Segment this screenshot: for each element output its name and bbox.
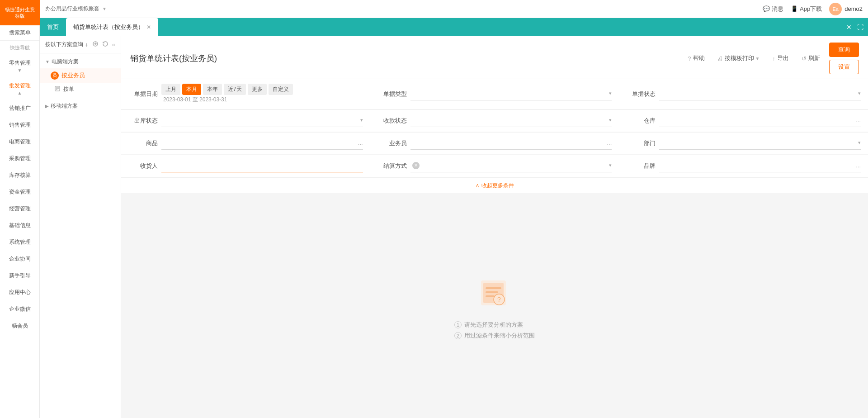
tip-1-number: 1	[454, 321, 462, 328]
warehouse-ellipsis-icon[interactable]: ...	[856, 117, 861, 124]
right-panel: 销货单统计表(按业务员) ? 帮助 🖨 按模板打印 ▼ ↑ 导出	[121, 36, 868, 418]
empty-state: ? 1 请先选择要分析的方案 2 用过滤条件来缩小分析范围	[121, 193, 868, 418]
storage-status-select[interactable]: ▾	[161, 114, 363, 127]
svg-rect-9	[486, 287, 501, 289]
doc-type-select[interactable]: ▾	[410, 88, 612, 100]
print-button[interactable]: 🖨 按模板打印 ▼	[714, 52, 764, 64]
sidebar-item-enterprise[interactable]: 企业协同	[0, 251, 39, 267]
product-input[interactable]: ...	[161, 137, 363, 150]
settlement-clear-icon[interactable]: ✕	[412, 162, 420, 169]
sidebar-item-finance[interactable]: 资金管理	[0, 184, 39, 200]
scheme-item-salesperson[interactable]: 员 按业务员	[40, 68, 121, 83]
date-range-display: 2023-03-01 至 2023-03-31	[163, 96, 227, 104]
salesperson-ellipsis-icon[interactable]: ...	[607, 139, 612, 146]
empty-state-tips: 1 请先选择要分析的方案 2 用过滤条件来缩小分析范围	[454, 321, 535, 340]
settlement-filter-cell: 结算方式 ✕ ▾	[370, 155, 619, 177]
sidebar-item-retail[interactable]: 零售管理 ▼	[0, 55, 39, 77]
more-btn[interactable]: 更多	[248, 84, 267, 95]
doc-status-label: 单据状态	[626, 90, 656, 98]
sidebar-item-purchase[interactable]: 采购管理	[0, 150, 39, 167]
window-close-icon[interactable]: ✕	[846, 24, 852, 31]
sidebar-item-member[interactable]: 畅会员	[0, 318, 39, 334]
sidebar-item-newbie[interactable]: 新手引导	[0, 267, 39, 284]
refresh-button[interactable]: ↺ 刷新	[798, 52, 824, 64]
settings-button[interactable]: 设置	[829, 60, 859, 74]
print-dropdown-icon[interactable]: ▼	[755, 56, 760, 61]
topbar-dropdown-icon[interactable]: ▼	[102, 6, 107, 11]
sidebar-item-operations[interactable]: 经营管理	[0, 200, 39, 217]
tab-close-icon[interactable]: ✕	[146, 24, 151, 30]
empty-state-icon: ?	[474, 271, 515, 314]
desktop-scheme-group: ▼ 电脑端方案 员 按业务员 按单	[40, 53, 121, 98]
app-logo[interactable]: 畅捷通好生意 标版	[0, 0, 40, 25]
department-label: 部门	[626, 139, 656, 147]
payment-status-chevron-icon: ▾	[609, 117, 612, 123]
doc-type-label: 单据类型	[377, 90, 407, 98]
content-area: 按以下方案查询 + « ▼ 电脑端方案 员	[40, 36, 868, 418]
add-scheme-icon[interactable]: +	[85, 41, 89, 48]
export-button[interactable]: ↑ 导出	[769, 52, 793, 64]
left-scheme-panel: 按以下方案查询 + « ▼ 电脑端方案 员	[40, 36, 121, 418]
edit-scheme-icon[interactable]	[92, 41, 99, 48]
date-filter-cell: 单据日期 上月 本月 本年 近7天 更多 自定义 2023-03-01 至 20…	[121, 79, 370, 109]
scheme-panel-icons: + «	[85, 41, 115, 48]
app-download-button[interactable]: 📱 App下载	[791, 5, 822, 13]
product-ellipsis-icon[interactable]: ...	[358, 139, 363, 146]
this-month-btn[interactable]: 本月	[182, 84, 201, 95]
main-area: 办公用品行业模拟账套 ▼ 💬 消息 📱 App下载 Ea demo2 首页	[40, 0, 868, 418]
help-button[interactable]: ? 帮助	[684, 52, 708, 64]
brand-label: 品牌	[626, 162, 656, 170]
search-menu-item[interactable]: 搜索菜单	[0, 25, 39, 41]
sidebar-item-sales[interactable]: 销售管理	[0, 117, 39, 133]
sidebar-item-wechat[interactable]: 企业微信	[0, 301, 39, 318]
doc-type-chevron-icon: ▾	[609, 90, 612, 96]
salesperson-label: 业务员	[377, 139, 407, 147]
settlement-select[interactable]: ✕ ▾	[410, 160, 612, 172]
desktop-scheme-label[interactable]: ▼ 电脑端方案	[40, 55, 121, 68]
warehouse-input[interactable]: ...	[659, 114, 861, 127]
last7-btn[interactable]: 近7天	[224, 84, 246, 95]
department-select[interactable]: ▾	[659, 137, 861, 150]
salesperson-input[interactable]: ...	[410, 137, 612, 150]
sidebar-item-inventory[interactable]: 库存核算	[0, 167, 39, 184]
mobile-scheme-label[interactable]: ▶ 移动端方案	[40, 100, 121, 113]
message-button[interactable]: 💬 消息	[763, 5, 783, 13]
custom-btn[interactable]: 自定义	[269, 84, 293, 95]
receiver-filter-cell: 收货人	[121, 155, 370, 177]
this-year-btn[interactable]: 本年	[203, 84, 222, 95]
topbar: 办公用品行业模拟账套 ▼ 💬 消息 📱 App下载 Ea demo2	[40, 0, 868, 18]
collapse-panel-icon[interactable]: «	[112, 41, 115, 48]
sidebar-item-ecommerce[interactable]: 电商管理	[0, 133, 39, 150]
export-icon: ↑	[773, 55, 776, 62]
page-title: 销货单统计表(按业务员)	[130, 53, 217, 64]
sidebar-item-basic[interactable]: 基础信息	[0, 217, 39, 234]
collapse-filters-button[interactable]: ∧ 收起更多条件	[121, 178, 868, 193]
salesperson-filter-cell: 业务员 ...	[370, 133, 619, 155]
brand-input[interactable]: ...	[659, 160, 861, 172]
receiver-input[interactable]	[161, 162, 361, 169]
refresh-scheme-icon[interactable]	[102, 41, 108, 48]
window-maximize-icon[interactable]: ⛶	[857, 24, 863, 31]
brand-ellipsis-icon[interactable]: ...	[856, 162, 861, 169]
scheme-sub-item-order[interactable]: 按单	[40, 83, 121, 96]
sidebar-item-marketing[interactable]: 营销推广	[0, 100, 39, 117]
topbar-title: 办公用品行业模拟账套 ▼	[45, 5, 759, 13]
sidebar-item-apps[interactable]: 应用中心	[0, 284, 39, 301]
tab-home[interactable]: 首页	[40, 18, 66, 36]
group-expand-icon: ▼	[45, 59, 50, 64]
sidebar-item-wholesale[interactable]: 批发管理 ▲	[0, 77, 39, 100]
last-month-btn[interactable]: 上月	[161, 84, 180, 95]
doc-status-select[interactable]: ▾	[659, 88, 861, 100]
right-action-buttons: 查询 设置	[829, 43, 859, 74]
warehouse-label: 仓库	[626, 117, 656, 125]
empty-tip-2: 2 用过滤条件来缩小分析范围	[454, 332, 535, 340]
user-profile[interactable]: Ea demo2	[829, 3, 863, 15]
tab-report[interactable]: 销货单统计表（按业务员） ✕	[66, 18, 158, 36]
refresh-icon: ↺	[802, 55, 807, 62]
mobile-scheme-group: ▶ 移动端方案	[40, 98, 121, 114]
tab-home-label: 首页	[47, 23, 59, 31]
phone-icon: 📱	[791, 5, 798, 12]
query-button[interactable]: 查询	[829, 43, 859, 57]
payment-status-select[interactable]: ▾	[410, 114, 612, 127]
sidebar-item-system[interactable]: 系统管理	[0, 234, 39, 251]
